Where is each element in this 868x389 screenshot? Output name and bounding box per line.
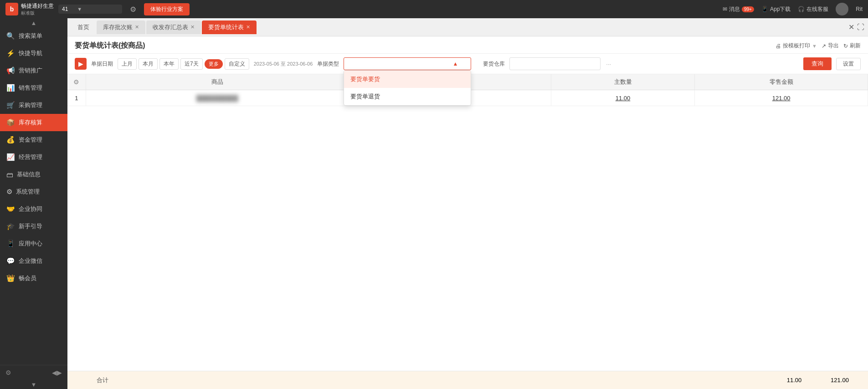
sidebar-item-label: 企业微信 [19, 257, 42, 265]
sidebar-item-快捷导航[interactable]: ⚡快捷导航 [0, 45, 67, 62]
dropdown-option-1[interactable]: 要货单要货 [344, 71, 471, 88]
sidebar-icon: ⚡ [6, 49, 15, 57]
logo-icon: b [5, 3, 18, 15]
tab-bar: 首页库存批次账✕收发存汇总表✕要货单统计表✕ ✕ ⛶ [67, 18, 868, 36]
table-footer: 合计 11.00 121.00 [67, 371, 868, 389]
type-dropdown: 要货单要货 要货单退货 [344, 70, 471, 106]
sidebar-item-系统管理[interactable]: ⚙系统管理 [0, 183, 67, 200]
sidebar-footer: ⚙ ◀▶ [0, 365, 67, 380]
sidebar-item-企业微信[interactable]: 💬企业微信 [0, 252, 67, 270]
date-range-display: 2023-05-06 至 2023-06-06 [254, 61, 313, 67]
sidebar-item-label: 采购管理 [19, 101, 42, 109]
warehouse-filter-label: 要货仓库 [483, 60, 505, 68]
type-filter-input[interactable]: ▲ [344, 57, 471, 70]
print-template-button[interactable]: 🖨 按模板打印 ▼ [776, 42, 817, 50]
sidebar-item-label: 搜索菜单 [19, 32, 42, 40]
date-buttons: 上月 本月 本年 近7天 更多 自定义 [118, 58, 249, 70]
last-month-btn[interactable]: 上月 [118, 58, 137, 70]
sidebar-item-销售管理[interactable]: 📊销售管理 [0, 79, 67, 97]
this-month-btn[interactable]: 本月 [139, 58, 158, 70]
sidebar-icon: 🎓 [6, 222, 15, 230]
sidebar-item-库存核算[interactable]: 📦库存核算 [0, 114, 67, 131]
more-date-btn[interactable]: 更多 [205, 59, 223, 69]
topbar-gear-button[interactable]: ⚙ [127, 3, 139, 15]
footer-amount: 121.00 [817, 377, 863, 384]
tab-首页[interactable]: 首页 [71, 20, 96, 34]
sidebar-icon: ⚙ [6, 188, 12, 196]
date-filter-label: 单据日期 [91, 60, 113, 68]
dropdown-option-2[interactable]: 要货单退货 [344, 88, 471, 105]
row-index: 1 [67, 90, 86, 106]
this-year-btn[interactable]: 本年 [159, 58, 179, 70]
column-settings-header[interactable]: ⚙ [67, 74, 86, 90]
sidebar-items: 🔍搜索菜单⚡快捷导航📢营销推广📊销售管理🛒采购管理📦库存核算💰资金管理📈经营管理… [0, 27, 67, 287]
column-gear-icon[interactable]: ⚙ [73, 78, 79, 86]
tab-收发存汇总表[interactable]: 收发存汇总表✕ [146, 20, 201, 34]
sidebar-item-label: 经营管理 [19, 153, 42, 161]
app-download-button[interactable]: 📱 App下载 [761, 5, 791, 13]
collapse-footer-button[interactable]: ◀▶ [52, 369, 62, 376]
type-filter-select[interactable]: ▲ 要货单要货 要货单退货 [344, 57, 471, 70]
row-quantity[interactable]: 11.00 [551, 90, 695, 106]
sidebar-item-新手引导[interactable]: 🎓新手引导 [0, 218, 67, 235]
tab-selector[interactable]: 41 ▼ [58, 5, 122, 14]
sidebar-item-搜索菜单[interactable]: 🔍搜索菜单 [0, 27, 67, 45]
sidebar-item-label: 企业协同 [19, 205, 42, 213]
last-7days-btn[interactable]: 近7天 [180, 58, 203, 70]
column-quantity-header: 主数量 [551, 74, 695, 90]
query-button[interactable]: 查询 [803, 57, 832, 70]
sidebar-scroll-down[interactable]: ▼ [0, 380, 67, 389]
sidebar-item-营销推广[interactable]: 📢营销推广 [0, 62, 67, 79]
sidebar-item-资金管理[interactable]: 💰资金管理 [0, 131, 67, 148]
user-name: Rit [856, 6, 863, 12]
sidebar-icon: 🗃 [6, 171, 13, 179]
logo-text: 畅捷通好生意 标准版 [21, 2, 54, 16]
refresh-button[interactable]: ↻ 刷新 [843, 42, 861, 50]
sidebar-item-畅会员[interactable]: 👑畅会员 [0, 270, 67, 287]
trial-button[interactable]: 体验行业方案 [144, 3, 190, 15]
warehouse-filter-input[interactable] [509, 57, 601, 70]
row-product: ██████████ [86, 90, 349, 106]
filter-more-button[interactable]: ··· [606, 61, 611, 67]
tab-close-icon[interactable]: ✕ [135, 24, 139, 30]
filter-settings-button[interactable]: 设置 [836, 58, 861, 70]
sidebar-item-label: 系统管理 [16, 188, 40, 196]
online-service-button[interactable]: 🎧 在线客服 [798, 5, 828, 13]
user-avatar[interactable] [836, 3, 848, 15]
print-icon: 🖨 [776, 43, 781, 49]
sidebar-item-经营管理[interactable]: 📈经营管理 [0, 148, 67, 166]
export-icon: ↗ [822, 43, 826, 49]
tab-close-icon[interactable]: ✕ [246, 24, 250, 30]
filter-expand-button[interactable]: ▶ [75, 58, 87, 70]
sidebar-item-应用中心[interactable]: 📱应用中心 [0, 235, 67, 252]
sidebar-item-采购管理[interactable]: 🛒采购管理 [0, 97, 67, 114]
sidebar-item-label: 应用中心 [19, 240, 42, 248]
sidebar-item-企业协同[interactable]: 🤝企业协同 [0, 200, 67, 218]
message-button[interactable]: ✉ 消息 99+ [723, 5, 754, 13]
tab-close-icon[interactable]: ✕ [190, 24, 195, 30]
sidebar-item-基础信息[interactable]: 🗃基础信息 [0, 166, 67, 183]
expand-tab-button[interactable]: ⛶ [857, 23, 864, 31]
close-tab-button[interactable]: ✕ [848, 23, 854, 31]
tab-label: 库存批次账 [103, 23, 133, 31]
sidebar-icon: 💬 [6, 257, 15, 265]
sidebar-icon: 💰 [6, 136, 15, 144]
table-area: ⚙ 商品 主计量单位 主数量 零售金额 1 ██████████ 块 11.00… [67, 74, 868, 371]
tabs-container: 首页库存批次账✕收发存汇总表✕要货单统计表✕ [71, 20, 257, 34]
sidebar-icon: 👑 [6, 274, 15, 282]
sidebar-icon: 🤝 [6, 205, 15, 213]
custom-date-btn[interactable]: 自定义 [225, 58, 249, 70]
tab-要货单统计表[interactable]: 要货单统计表✕ [202, 20, 257, 34]
settings-footer-button[interactable]: ⚙ [5, 369, 11, 376]
footer-quantity: 11.00 [771, 377, 817, 384]
tab-label: 要货单统计表 [208, 23, 244, 31]
row-amount[interactable]: 121.00 [695, 90, 868, 106]
tab-label: 收发存汇总表 [153, 23, 188, 31]
content-area: 首页库存批次账✕收发存汇总表✕要货单统计表✕ ✕ ⛶ 要货单统计表(按商品) 🖨… [67, 18, 868, 389]
sidebar-icon: 🛒 [6, 101, 15, 109]
export-button[interactable]: ↗ 导出 [822, 42, 839, 50]
top-bar-left: b 畅捷通好生意 标准版 41 ▼ ⚙ 体验行业方案 [5, 2, 190, 16]
filter-bar: ▶ 单据日期 上月 本月 本年 近7天 更多 自定义 2023-05-06 至 … [67, 54, 868, 74]
sidebar-scroll-up[interactable]: ▲ [0, 18, 67, 27]
tab-库存批次账[interactable]: 库存批次账✕ [97, 20, 145, 34]
